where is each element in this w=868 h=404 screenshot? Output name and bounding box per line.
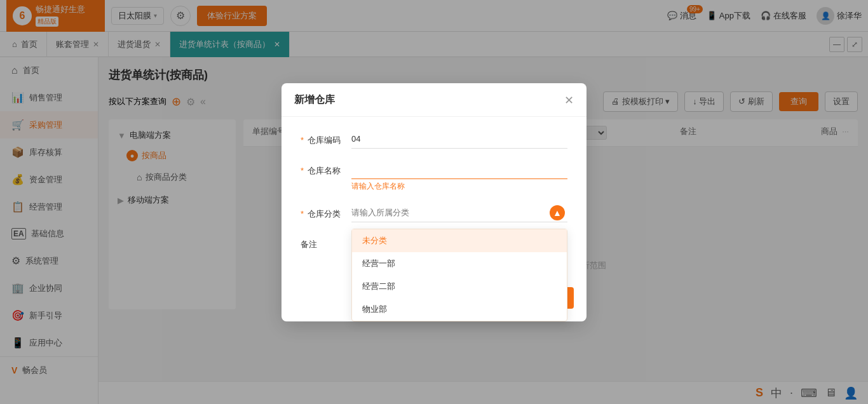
dropdown-item-uncategorized[interactable]: 未分类 <box>352 229 567 252</box>
warehouse-category-row: * 仓库分类 ▲ 未分类 经营一部 经营二部 <box>301 203 567 222</box>
dialog-body: * 仓库编码 * 仓库名称 请输入仓库名称 <box>281 117 587 281</box>
warehouse-name-field: 请输入仓库名称 <box>351 160 567 192</box>
warehouse-category-field: ▲ 未分类 经营一部 经营二部 物业部 <box>351 203 567 222</box>
modal-overlay[interactable]: 新增仓库 ✕ * 仓库编码 * 仓库名称 <box>0 0 868 404</box>
dropdown-item-dept2[interactable]: 经营二部 <box>352 275 567 298</box>
warehouse-name-row: * 仓库名称 请输入仓库名称 <box>301 160 567 192</box>
warehouse-name-input[interactable] <box>351 160 567 179</box>
warehouse-name-label: * 仓库名称 <box>301 160 351 177</box>
note-label: 备注 <box>301 234 351 250</box>
warehouse-category-label: * 仓库分类 <box>301 203 351 220</box>
warehouse-code-field <box>351 130 567 149</box>
warehouse-name-error: 请输入仓库名称 <box>351 181 567 192</box>
category-chevron-button[interactable]: ▲ <box>550 205 565 220</box>
dialog-close-button[interactable]: ✕ <box>564 93 574 107</box>
dialog-title: 新增仓库 <box>294 93 335 107</box>
warehouse-code-input[interactable] <box>351 130 567 149</box>
warehouse-code-label: * 仓库编码 <box>301 130 351 146</box>
new-warehouse-dialog: 新增仓库 ✕ * 仓库编码 * 仓库名称 <box>281 83 587 321</box>
warehouse-code-row: * 仓库编码 <box>301 130 567 149</box>
warehouse-category-input[interactable] <box>351 203 567 222</box>
dialog-header: 新增仓库 ✕ <box>281 83 587 117</box>
dropdown-item-dept1[interactable]: 经营一部 <box>352 252 567 275</box>
dropdown-item-property[interactable]: 物业部 <box>352 298 567 321</box>
category-dropdown: 未分类 经营一部 经营二部 物业部 <box>351 229 567 321</box>
